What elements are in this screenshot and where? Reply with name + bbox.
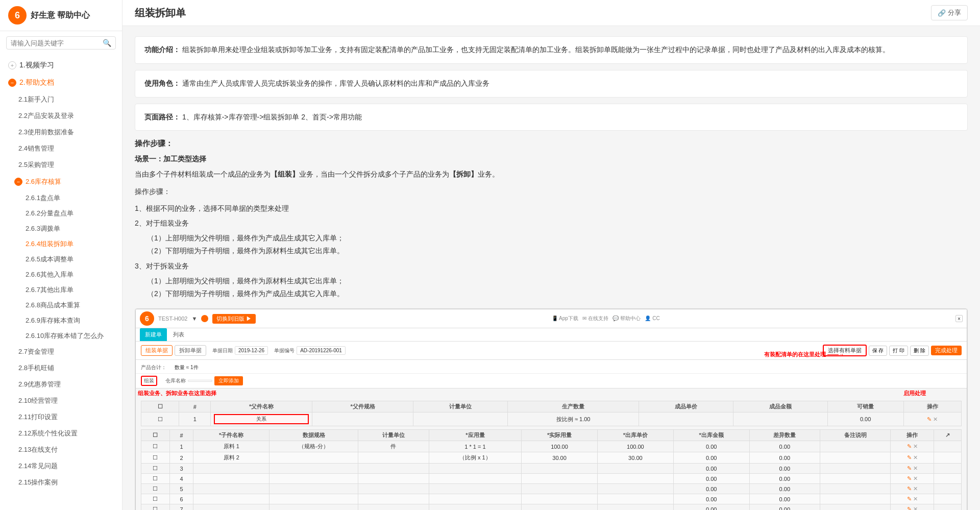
sidebar-item-g24[interactable]: 2.4销售管理: [0, 140, 122, 157]
sidebar-item-g26[interactable]: − 2.6库存核算: [0, 173, 122, 190]
mock-edit2-4[interactable]: ✎: [907, 475, 912, 481]
share-button[interactable]: 🔗 分享: [931, 5, 968, 20]
sidebar-item-g2610[interactable]: 2.6.10库存账本错了怎么办: [0, 328, 122, 344]
mock-delete-btn[interactable]: 删 除: [910, 346, 929, 356]
mock-edit2-7[interactable]: ✎: [907, 506, 912, 510]
sidebar-item-g214[interactable]: 2.14常见问题: [0, 458, 122, 474]
mock-logo: 6: [140, 311, 154, 326]
mock-edit2-2[interactable]: ✎: [907, 454, 912, 460]
mock-nav-btn: 切换到旧版 ▶: [212, 314, 256, 324]
scene1-step2: 2、对于组装业务: [135, 217, 968, 230]
sidebar-item-g211[interactable]: 2.11打印设置: [0, 409, 122, 425]
mock-del2-2[interactable]: ✕: [913, 454, 918, 460]
mock-id-value[interactable]: AD-20191226-001: [297, 346, 346, 355]
mock-del2-1[interactable]: ✕: [913, 443, 918, 449]
mock-close-icon[interactable]: ×: [955, 315, 963, 322]
mock-add-row-btn[interactable]: 立即添加: [214, 376, 243, 385]
mock-edit2-6[interactable]: ✎: [907, 496, 912, 502]
sidebar-item-g261[interactable]: 2.6.1盘点单: [0, 190, 122, 206]
search-input[interactable]: [11, 39, 103, 47]
mock-th2-note: 备注说明: [820, 430, 891, 441]
sidebar-item-group1[interactable]: + 1.视频学习: [0, 57, 122, 74]
search-box[interactable]: 🔍: [6, 36, 116, 50]
content-area: 功能介绍： 组装拆卸单用来处理企业组装或拆卸等加工业务，支持有固定装配清单的产品…: [122, 26, 980, 510]
mock-tab-list[interactable]: 列表: [168, 328, 189, 341]
expand-icon-g2: −: [8, 79, 16, 87]
mock-row2-6: ☐6 0.000.00 ✎ ✕: [141, 494, 962, 504]
sidebar-item-g269[interactable]: 2.6.9库存账本查询: [0, 313, 122, 328]
mock-th2-ext: ↗: [934, 430, 962, 441]
mock-td-item1: 关系: [211, 412, 312, 426]
sidebar-item-g212[interactable]: 2.12系统个性化设置: [0, 425, 122, 442]
mock-dropdown: ▼: [191, 315, 197, 322]
mock-del2-6[interactable]: ✕: [913, 496, 918, 502]
mock-row2-4: ☐4 0.000.00 ✎ ✕: [141, 474, 962, 484]
scene1-step3-sub1: （1）上部明细为父件明细，最终作为原材料生成其它出库单；: [135, 275, 968, 287]
sidebar-item-group2[interactable]: − 2.帮助文档: [0, 74, 122, 91]
mock-th-item: *父件名称: [211, 401, 312, 412]
mock-td-item1-val[interactable]: 关系: [214, 414, 308, 424]
mock-icons: 📱 App下载 ✉ 在线支持 💬 帮助中心 👤 CC: [552, 315, 660, 322]
sidebar-item-g29[interactable]: 2.9优惠券管理: [0, 376, 122, 393]
mock-summary-row: 产品合计： 数量 ≈ 1件: [136, 362, 967, 374]
sidebar-item-g262[interactable]: 2.6.2分量盘点单: [0, 206, 122, 221]
mock-print-btn[interactable]: 打 印: [889, 346, 908, 356]
mock-date-label: 单据日期: [212, 347, 233, 354]
sidebar-item-g213[interactable]: 2.13在线支付: [0, 442, 122, 458]
mock-upper-table-container: ☐ # *父件名称 *父件规格 计量单位 生产数量 成品单价 成品金额 可销量 …: [136, 401, 967, 429]
path-text: 1、库存核算->库存管理->组装拆卸单 2、首页->常用功能: [182, 113, 362, 121]
path-block: 页面路径： 1、库存核算->库存管理->组装拆卸单 2、首页->常用功能: [135, 104, 968, 131]
mock-edit2-3[interactable]: ✎: [907, 465, 912, 471]
mock-wh-value[interactable]: [188, 380, 212, 382]
sidebar-item-g22[interactable]: 2.2产品安装及登录: [0, 108, 122, 124]
mock-date-value[interactable]: 2019-12-26: [235, 346, 268, 355]
mock-btn-disassemble[interactable]: 拆卸单据: [175, 345, 206, 356]
sidebar-item-g23[interactable]: 2.3使用前数据准备: [0, 124, 122, 140]
mock-del2-5[interactable]: ✕: [913, 485, 918, 492]
mock-th-unit: 计量单位: [413, 401, 508, 412]
mock-btn-assemble[interactable]: 组装单据: [141, 345, 173, 356]
sidebar-item-g267[interactable]: 2.6.7其他出库单: [0, 282, 122, 298]
sidebar-item-g266[interactable]: 2.6.6其他入库单: [0, 267, 122, 282]
mock-th-qty: 生产数量: [507, 401, 639, 412]
mock-th2-check: ☐: [141, 430, 170, 441]
mock-type-value: 组装: [144, 378, 154, 383]
sidebar-item-g215[interactable]: 2.15操作案例: [0, 474, 122, 491]
mock-del-icon1[interactable]: ✕: [933, 416, 938, 422]
mock-del2-7[interactable]: ✕: [913, 506, 918, 510]
main-content: 组装拆卸单 🔗 分享 功能介绍： 组装拆卸单用来处理企业组装或拆卸等加工业务，支…: [122, 0, 980, 510]
sidebar-item-g265[interactable]: 2.6.5成本调整单: [0, 252, 122, 267]
sidebar-item-g264[interactable]: 2.6.4组装拆卸单: [0, 236, 122, 252]
mock-edit2-5[interactable]: ✎: [907, 485, 912, 492]
sidebar-item-g28[interactable]: 2.8手机旺铺: [0, 360, 122, 376]
sidebar-item-g210[interactable]: 2.10经营管理: [0, 393, 122, 409]
mock-th-amount: 成品金额: [733, 401, 828, 412]
path-label: 页面路径：: [144, 113, 180, 121]
sidebar-item-g263[interactable]: 2.6.3调拨单: [0, 221, 122, 236]
mock-title-bar: 6 TEST-H002 ▼ 切换到旧版 ▶ 📱 App下载 ✉ 在线支持 💬 帮…: [136, 309, 967, 328]
mock-tab-active[interactable]: 新建单: [140, 328, 167, 341]
search-icon[interactable]: 🔍: [103, 39, 111, 47]
mock-lower-table: ☐ # *子件名称 数据规格 计量单位 *应用量 *实际用量 *出库单价 *出库…: [141, 429, 962, 510]
mock-th-num: #: [179, 401, 211, 412]
mock-id-field: 单据编号 AD-20191226-001: [274, 346, 346, 355]
mock-del2-4[interactable]: ✕: [913, 475, 918, 481]
expand-icon-g1: +: [8, 61, 16, 69]
mock-save-btn[interactable]: 保 存: [869, 346, 888, 356]
nav-sub-list-g2: 2.1新手入门 2.2产品安装及登录 2.3使用前数据准备 2.4销售管理 2.…: [0, 91, 122, 491]
sidebar-item-g268[interactable]: 2.6.8商品成本重算: [0, 298, 122, 313]
mock-del2-3[interactable]: ✕: [913, 465, 918, 471]
sidebar-item-g21[interactable]: 2.1新手入门: [0, 91, 122, 108]
mock-th2-unit: 计量单位: [358, 430, 429, 441]
sidebar-item-g25[interactable]: 2.5采购管理: [0, 157, 122, 173]
annotation4-text: 启用处理: [903, 390, 926, 397]
mock-edit-icon1[interactable]: ✎: [927, 416, 932, 422]
operations-heading: 操作步骤：: [135, 139, 968, 149]
annotation-spacer: [136, 388, 967, 401]
mock-edit2-1[interactable]: ✎: [907, 443, 912, 449]
mock-lower-table-container: ☐ # *子件名称 数据规格 计量单位 *应用量 *实际用量 *出库单价 *出库…: [136, 429, 967, 510]
mock-submit-btn[interactable]: 完成处理: [931, 346, 962, 355]
scene1-steps-label: 操作步骤：: [135, 185, 968, 198]
sidebar-item-g27[interactable]: 2.7资金管理: [0, 344, 122, 360]
mock-td-unit1: [413, 412, 508, 426]
